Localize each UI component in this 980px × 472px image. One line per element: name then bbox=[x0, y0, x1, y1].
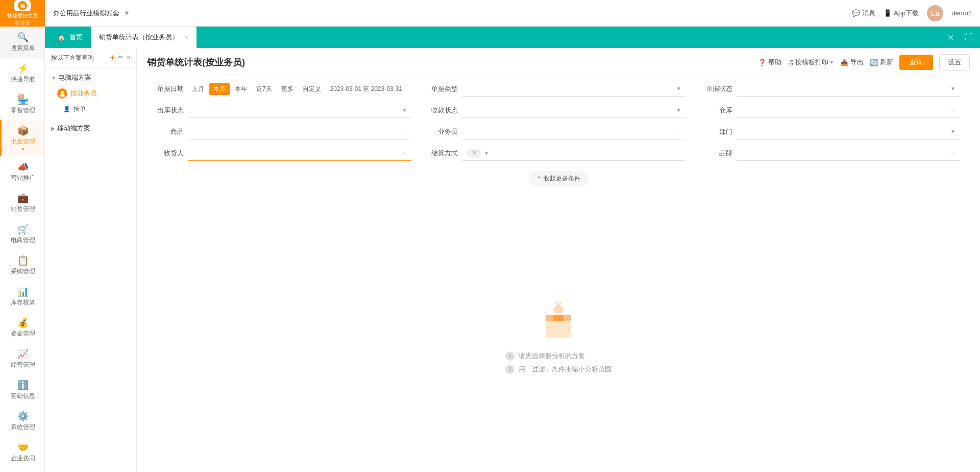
search-icon: 🔍 bbox=[17, 32, 29, 43]
avatar[interactable]: Ea bbox=[927, 5, 943, 21]
sidebar-item-sales[interactable]: 💼 销售管理 bbox=[0, 187, 44, 219]
salesman-field[interactable]: ··· bbox=[462, 124, 685, 139]
message-btn[interactable]: 💬 消息 bbox=[852, 9, 875, 18]
sub-scheme-icon: 👤 bbox=[63, 106, 70, 112]
maximize-icon: ⛶ bbox=[965, 33, 973, 42]
sidebar-item-purchase[interactable]: 📋 采购管理 bbox=[0, 250, 44, 281]
sub-scheme-item-order[interactable]: 👤 按单 bbox=[45, 102, 136, 116]
tab-close-all-btn[interactable]: ✕ bbox=[943, 30, 958, 44]
page-area: 按以下方案查询 + ✏ « ▼ 电脑端方案 按业务员 bbox=[45, 48, 980, 472]
scheme-salesman-label: 按业务员 bbox=[70, 89, 97, 98]
filter-row-2: 出库状态 ▼ 收款状态 ▼ 仓库 bbox=[147, 103, 970, 118]
settlement-tag: ✕ bbox=[466, 149, 481, 157]
sidebar-item-cooperation[interactable]: 🤝 企业协同 bbox=[0, 437, 44, 468]
settlement-field[interactable]: ✕ ▼ bbox=[462, 146, 685, 161]
sidebar-item-newbie[interactable]: 🎯 新手引导 bbox=[0, 468, 44, 472]
filter-col-warehouse: 仓库 ··· bbox=[696, 103, 970, 118]
settings-btn[interactable]: 设置 bbox=[939, 54, 970, 70]
sidebar-item-quick-nav[interactable]: ⚡ 快捷导航 bbox=[0, 58, 44, 89]
sidebar-item-finance[interactable]: 💰 资金管理 bbox=[0, 312, 44, 343]
print-icon: 🖨 bbox=[788, 59, 794, 66]
sub-scheme-label: 按单 bbox=[74, 105, 86, 113]
date-tab-more[interactable]: 更多 bbox=[277, 83, 298, 95]
status-field[interactable]: ▼ bbox=[737, 81, 960, 97]
mobile-group-title[interactable]: ▶ 移动端方案 bbox=[45, 121, 136, 136]
add-scheme-btn[interactable]: + bbox=[110, 53, 114, 62]
date-tab-last-month[interactable]: 上月 bbox=[188, 83, 208, 95]
type-field[interactable]: ▼ bbox=[462, 81, 685, 97]
filter-col-status: 单据状态 ▼ bbox=[696, 81, 970, 97]
sidebar-item-retail[interactable]: 🏪 零售管理 bbox=[0, 89, 44, 120]
scheme-item-salesman[interactable]: 按业务员 bbox=[45, 85, 136, 102]
sidebar-item-search-label: 搜索菜单 bbox=[11, 44, 35, 53]
date-label: 单据日期 bbox=[147, 84, 188, 93]
date-tab-custom[interactable]: 自定义 bbox=[299, 83, 325, 95]
sidebar-item-wholesale[interactable]: 📦 批发管理 ▲ bbox=[0, 120, 44, 156]
template-print-btn[interactable]: 🖨 按模板打印 ▼ bbox=[788, 58, 834, 67]
receiver-label: 收货人 bbox=[147, 149, 188, 158]
settlement-tag-close[interactable]: ✕ bbox=[472, 150, 477, 156]
export-icon: 📤 bbox=[840, 59, 848, 66]
app-download-btn[interactable]: 📱 App下载 bbox=[884, 9, 919, 18]
mobile-group-arrow-icon: ▶ bbox=[51, 126, 55, 131]
scheme-salesman-icon bbox=[57, 88, 67, 99]
ecommerce-icon: 🛒 bbox=[17, 224, 29, 235]
right-content: 销货单统计表(按业务员) ❓ 帮助 🖨 按模板打印 ▼ 📤 导出 bbox=[137, 48, 980, 472]
type-label: 单据类型 bbox=[421, 84, 462, 93]
sidebar-item-basic[interactable]: ℹ️ 基础信息 bbox=[0, 374, 44, 406]
sidebar-item-search[interactable]: 🔍 搜索菜单 bbox=[0, 27, 44, 58]
receiver-more-icon[interactable]: ··· bbox=[402, 150, 407, 157]
sidebar: 畅 畅捷通好生意 标准版 🔍 搜索菜单 ⚡ 快捷导航 🏪 零售管理 📦 批发管理… bbox=[0, 0, 45, 472]
goods-field[interactable]: ··· bbox=[188, 124, 411, 139]
tab-maximize-btn[interactable]: ⛶ bbox=[962, 30, 976, 44]
tab-close-btn[interactable]: × bbox=[185, 34, 188, 41]
breadcrumb: 办公用品行业模拟账套 ▼ bbox=[53, 9, 130, 18]
home-icon: 🏠 bbox=[57, 34, 65, 41]
sidebar-item-ecommerce[interactable]: 🛒 电商管理 bbox=[0, 219, 44, 250]
collect-field[interactable]: ▼ bbox=[462, 103, 685, 118]
sidebar-item-system[interactable]: ⚙️ 系统管理 bbox=[0, 406, 44, 437]
empty-state: 1 请先选择要分析的方案 2 用「过滤」条件来缩小分析范围 bbox=[137, 196, 980, 472]
help-btn[interactable]: ❓ 帮助 bbox=[758, 58, 781, 67]
tab-home[interactable]: 🏠 首页 bbox=[49, 27, 91, 48]
sidebar-item-wholesale-label: 批发管理 bbox=[11, 137, 35, 146]
pc-group-title[interactable]: ▼ 电脑端方案 bbox=[45, 70, 136, 85]
close-icon: ✕ bbox=[947, 33, 954, 42]
tab-active-label: 销货单统计表（按业务员） bbox=[99, 33, 179, 42]
warehouse-field[interactable]: ··· bbox=[737, 103, 960, 118]
mobile-scheme-group: ▶ 移动端方案 bbox=[45, 119, 136, 138]
breadcrumb-text: 办公用品行业模拟账套 bbox=[53, 9, 119, 18]
brand-more-icon[interactable]: ··· bbox=[950, 150, 955, 157]
refresh-btn[interactable]: 🔄 刷新 bbox=[870, 58, 893, 67]
dept-field[interactable]: ▼ bbox=[737, 124, 960, 139]
edit-scheme-btn[interactable]: ✏ bbox=[118, 53, 124, 62]
query-btn[interactable]: 查询 bbox=[899, 55, 933, 70]
out-field[interactable]: ▼ bbox=[188, 103, 411, 118]
help-label: 帮助 bbox=[768, 58, 781, 67]
goods-more-icon[interactable]: ··· bbox=[402, 128, 407, 135]
sidebar-item-ecommerce-label: 电商管理 bbox=[11, 236, 35, 245]
tab-active[interactable]: 销货单统计表（按业务员） × bbox=[91, 27, 197, 48]
date-tab-this-month[interactable]: 本月 bbox=[209, 83, 230, 95]
collapse-btn[interactable]: ⌃ 收起更多条件 bbox=[528, 171, 589, 186]
filter-col-dept: 部门 ▼ bbox=[696, 124, 970, 139]
date-tab-7days[interactable]: 近7天 bbox=[252, 83, 276, 95]
warehouse-more-icon[interactable]: ··· bbox=[950, 107, 955, 114]
date-tab-this-year[interactable]: 本年 bbox=[231, 83, 251, 95]
sidebar-item-operations-label: 经营管理 bbox=[11, 361, 35, 369]
brand-field[interactable]: ··· bbox=[737, 146, 960, 161]
export-btn[interactable]: 📤 导出 bbox=[840, 58, 864, 67]
sidebar-item-operations[interactable]: 📈 经营管理 bbox=[0, 343, 44, 374]
empty-tip-1: 1 请先选择要分析的方案 bbox=[505, 351, 611, 361]
left-panel-header-actions: + ✏ « bbox=[110, 53, 130, 62]
salesman-more-icon[interactable]: ··· bbox=[676, 128, 681, 135]
inventory-icon: 📊 bbox=[17, 286, 29, 297]
sidebar-item-inventory[interactable]: 📊 库存核算 bbox=[0, 281, 44, 312]
collapse-panel-btn[interactable]: « bbox=[127, 53, 130, 62]
receiver-field[interactable]: ··· bbox=[188, 146, 411, 161]
refresh-icon: 🔄 bbox=[870, 59, 878, 66]
sidebar-item-system-label: 系统管理 bbox=[11, 423, 35, 432]
breadcrumb-dropdown-icon[interactable]: ▼ bbox=[124, 9, 130, 17]
sidebar-item-marketing[interactable]: 📣 营销推广 bbox=[0, 156, 44, 187]
sidebar-item-basic-label: 基础信息 bbox=[11, 392, 35, 400]
